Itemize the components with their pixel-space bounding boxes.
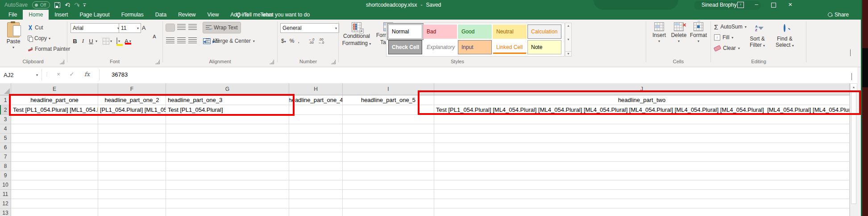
cell-H2[interactable] (289, 105, 343, 115)
cell[interactable] (11, 115, 98, 124)
row-header-11[interactable]: 11 (0, 190, 11, 199)
style-good[interactable]: Good (458, 24, 492, 39)
tab-file[interactable]: File (3, 10, 23, 20)
gallery-more-button[interactable]: ▼ (565, 51, 571, 55)
cell[interactable] (98, 115, 166, 124)
signed-in-user[interactable]: Sinead Brophy (702, 0, 737, 10)
gallery-scroll-up[interactable]: ▲ (567, 24, 570, 27)
fill-button[interactable]: ↓ Fill ▾ (714, 33, 733, 42)
cell[interactable] (166, 171, 289, 180)
cell-F2[interactable]: [PL1_054.Plural] [ML1_054.Plural] (98, 105, 166, 115)
cell-G1[interactable]: headline_part_one_3 (166, 95, 289, 105)
enter-button[interactable]: ✓ (66, 71, 78, 77)
cell[interactable] (11, 124, 98, 134)
align-bottom-button[interactable] (188, 24, 197, 31)
format-cells-button[interactable]: ↔ Format ▾ (689, 22, 708, 43)
formula-input[interactable]: 36783 (112, 71, 128, 78)
autosum-button[interactable]: Σ AutoSum ▾ (714, 22, 747, 31)
cell[interactable] (98, 143, 166, 152)
cell[interactable] (434, 134, 850, 143)
chevron-down-icon[interactable]: ▾ (12, 45, 14, 49)
chevron-down-icon[interactable]: ▾ (745, 25, 747, 29)
alignment-dialog-launcher[interactable] (270, 60, 274, 64)
cell[interactable] (98, 162, 166, 171)
tab-home[interactable]: Home (23, 10, 49, 20)
redo-button[interactable]: ↷▾ (74, 0, 79, 10)
cell[interactable] (98, 199, 166, 208)
cell[interactable] (166, 208, 289, 216)
cell[interactable] (11, 162, 98, 171)
cell[interactable] (289, 143, 343, 152)
row-header-12[interactable]: 12 (0, 199, 11, 208)
chevron-down-icon[interactable]: ▾ (731, 36, 733, 40)
copy-button[interactable]: Copy ▾ (28, 34, 50, 43)
cell[interactable] (11, 143, 98, 152)
cell[interactable] (98, 180, 166, 190)
cell-I1[interactable]: headline_part_one_5 (343, 95, 434, 105)
cell[interactable] (343, 143, 434, 152)
cell[interactable] (289, 152, 343, 162)
decrease-decimal-button[interactable]: .00→.0 (318, 38, 324, 44)
row-header-9[interactable]: 9 (0, 171, 11, 180)
chevron-down-icon[interactable]: ▾ (68, 4, 70, 8)
chevron-down-icon[interactable]: ▾ (678, 39, 680, 43)
cell-I2[interactable] (343, 105, 434, 115)
insert-function-button[interactable]: fx (81, 71, 93, 77)
undo-button[interactable]: ↶▾ (65, 0, 70, 10)
style-bad[interactable]: Bad (423, 24, 457, 39)
cell[interactable] (98, 171, 166, 180)
chevron-down-icon[interactable]: ▾ (698, 39, 699, 43)
collapse-ribbon-button[interactable] (850, 50, 851, 56)
borders-icon[interactable] (103, 38, 109, 45)
cell[interactable] (434, 124, 850, 134)
autosave-toggle[interactable]: Off (32, 1, 50, 8)
cell-E2[interactable]: Test [PL1_054.Plural] [ML1_054.Plural] (11, 105, 98, 115)
cell[interactable] (289, 190, 343, 199)
save-icon[interactable] (54, 2, 60, 8)
cell[interactable] (166, 190, 289, 199)
insert-cells-button[interactable]: Insert ▾ (649, 22, 669, 43)
ribbon-display-options-icon[interactable]: ↑ (737, 2, 744, 8)
customize-qat-button[interactable]: ▾ (83, 4, 86, 7)
align-center-button[interactable] (177, 37, 186, 45)
cut-button[interactable]: Cut (28, 23, 43, 32)
style-normal[interactable]: Normal (388, 24, 422, 39)
tell-me-box[interactable]: Tell me what you want to do (237, 10, 310, 20)
style-neutral[interactable]: Neutral (493, 24, 527, 39)
cell[interactable] (343, 180, 434, 190)
column-header-F[interactable]: F (98, 83, 166, 95)
row-header-6[interactable]: 6 (0, 143, 11, 152)
select-all-button[interactable] (0, 83, 11, 95)
row-header-4[interactable]: 4 (0, 124, 11, 134)
format-painter-button[interactable]: Format Painter (28, 45, 70, 53)
cell[interactable] (166, 180, 289, 190)
share-button[interactable]: Share (828, 10, 849, 20)
cell[interactable] (289, 199, 343, 208)
cell[interactable] (98, 190, 166, 199)
cell[interactable] (166, 199, 289, 208)
style-linked-cell[interactable]: Linked Cell (493, 40, 527, 54)
cell[interactable] (289, 208, 343, 216)
cell[interactable] (11, 208, 98, 216)
cell[interactable] (343, 134, 434, 143)
chevron-down-icon[interactable]: ▾ (658, 39, 660, 43)
cell[interactable] (434, 199, 850, 208)
maximize-button[interactable] (767, 0, 780, 10)
cell[interactable] (11, 199, 98, 208)
cell[interactable] (434, 180, 850, 190)
cell[interactable] (166, 162, 289, 171)
cell[interactable] (343, 190, 434, 199)
style-check-cell[interactable]: Check Cell (388, 40, 422, 54)
row-header-5[interactable]: 5 (0, 134, 11, 143)
row-header-8[interactable]: 8 (0, 162, 11, 171)
cell[interactable] (434, 190, 850, 199)
chevron-down-icon[interactable]: ▾ (738, 46, 740, 50)
find-select-button[interactable]: Find & Select ▾ (776, 36, 794, 49)
chevron-down-icon[interactable]: ▾ (49, 37, 50, 41)
cell[interactable] (289, 180, 343, 190)
cell-F1[interactable]: headline_part_one_2 (98, 95, 166, 105)
tab-formulas[interactable]: Formulas (116, 10, 150, 20)
accounting-format-button[interactable]: $▾ (281, 38, 286, 44)
align-left-button[interactable] (166, 37, 174, 45)
style-calculation[interactable]: Calculation (527, 24, 561, 39)
